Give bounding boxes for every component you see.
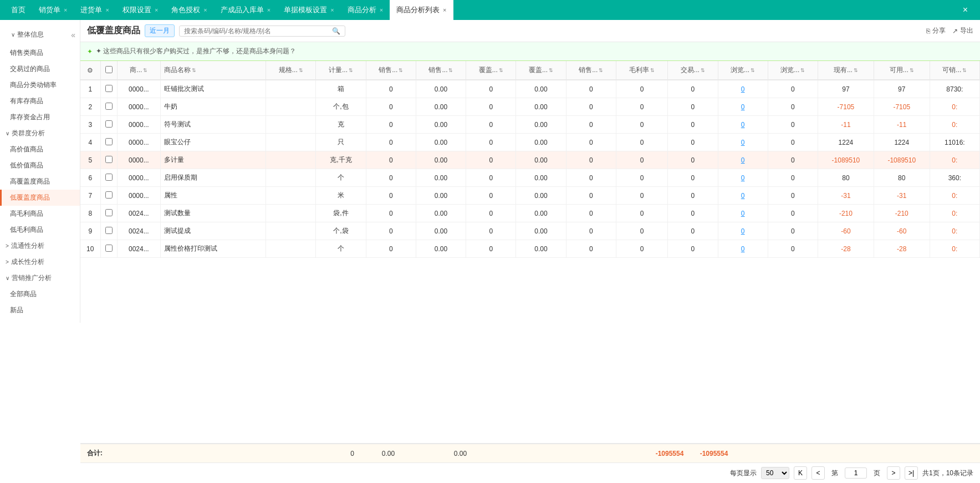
page-input[interactable] [845, 467, 867, 479]
nav-close-permission[interactable]: × [155, 7, 158, 13]
sidebar-section-growth[interactable]: > 成长性分析 [0, 254, 80, 270]
first-page-btn[interactable]: K [794, 466, 807, 480]
row-checkbox[interactable] [105, 191, 113, 199]
cell-b1[interactable]: 0 [718, 151, 768, 169]
cell-b1[interactable]: 0 [718, 80, 768, 98]
row-checkbox[interactable] [105, 103, 113, 110]
sidebar-section-marketing[interactable]: ∨ 营销推广分析 [0, 270, 80, 286]
search-icon[interactable]: 🔍 [332, 27, 340, 35]
row-checkbox[interactable] [105, 209, 113, 216]
nav-home[interactable]: 首页 [4, 0, 32, 20]
table-container[interactable]: ⚙ 商...⇅ 商品名称⇅ 规格...⇅ 计量...⇅ 销售...⇅ 销售...… [80, 61, 980, 443]
row-checkbox[interactable] [105, 138, 113, 145]
row-checkbox[interactable] [105, 245, 113, 252]
cell-check[interactable] [100, 222, 117, 240]
cell-check[interactable] [100, 169, 117, 187]
sidebar-item-high-margin[interactable]: 高毛利商品 [0, 206, 80, 222]
nav-sales-order[interactable]: 销货单 × [32, 0, 74, 20]
col-header-current: 现有...⇅ [818, 61, 874, 80]
nav-permission[interactable]: 权限设置 × [116, 0, 165, 20]
sidebar-item-all-goods[interactable]: 全部商品 [0, 286, 80, 302]
nav-close-role[interactable]: × [203, 7, 207, 13]
cell-margin: 0 [616, 205, 667, 222]
cell-b1[interactable]: 0 [718, 134, 768, 151]
cell-b1[interactable]: 0 [718, 222, 768, 240]
select-all-checkbox[interactable] [105, 66, 113, 73]
sidebar-item-low-value[interactable]: 低价值商品 [0, 157, 80, 174]
cell-no: 2 [80, 98, 100, 116]
cell-s1: 0 [366, 116, 416, 134]
period-button[interactable]: 近一月 [145, 24, 175, 37]
search-input[interactable] [184, 27, 332, 35]
table-row: 5 0000... 多计量 克,千克 0 0.00 0 0.00 0 0 0 0… [80, 151, 980, 169]
cell-check[interactable] [100, 134, 117, 151]
cell-b1[interactable]: 0 [718, 205, 768, 222]
row-checkbox[interactable] [105, 156, 113, 163]
cell-b1[interactable]: 0 [718, 240, 768, 258]
nav-close-product[interactable]: × [267, 7, 270, 13]
cell-s1: 0 [366, 80, 416, 98]
cell-check[interactable] [100, 98, 117, 116]
sidebar-section-liquidity[interactable]: > 流通性分析 [0, 238, 80, 254]
cell-check[interactable] [100, 116, 117, 134]
next-page-btn[interactable]: > [887, 466, 900, 480]
cell-check[interactable] [100, 80, 117, 98]
row-checkbox[interactable] [105, 174, 113, 181]
cell-check[interactable] [100, 205, 117, 222]
sidebar-collapse-btn[interactable]: « [71, 30, 75, 39]
table-row: 3 0000... 符号测试 克 0 0.00 0 0.00 0 0 0 0 0… [80, 116, 980, 134]
window-close-btn[interactable]: × [955, 5, 976, 15]
cell-b2: 0 [768, 169, 818, 187]
nav-purchase[interactable]: 进货单 × [74, 0, 115, 20]
cell-saleable: 0: [930, 98, 979, 116]
sidebar-item-high-value[interactable]: 高价值商品 [0, 141, 80, 157]
nav-close-analysis[interactable]: × [380, 7, 383, 13]
cell-trade: 0 [668, 222, 718, 240]
nav-role[interactable]: 角色授权 × [165, 0, 213, 20]
share-button[interactable]: ⎘ 分享 [926, 26, 946, 35]
cell-trade: 0 [668, 134, 718, 151]
nav-product-inbound[interactable]: 产成品入库单 × [214, 0, 277, 20]
data-table: ⚙ 商...⇅ 商品名称⇅ 规格...⇅ 计量...⇅ 销售...⇅ 销售...… [80, 61, 980, 258]
cell-unit: 个 [316, 240, 366, 258]
sidebar-item-low-coverage[interactable]: 低覆盖度商品 [0, 190, 80, 206]
sidebar-section-group[interactable]: ∨ 类群度分析 [0, 125, 80, 141]
cell-b1[interactable]: 0 [718, 98, 768, 116]
nav-template[interactable]: 单据模板设置 × [277, 0, 340, 20]
sidebar-item-sales-goods[interactable]: 销售类商品 [0, 45, 80, 61]
last-page-btn[interactable]: >| [905, 466, 918, 480]
row-checkbox[interactable] [105, 85, 113, 92]
cell-b1[interactable]: 0 [718, 169, 768, 187]
export-button[interactable]: ↗ 导出 [952, 26, 973, 35]
per-page-select[interactable]: 50 20 100 200 [761, 467, 789, 479]
sidebar-item-high-coverage[interactable]: 高覆盖度商品 [0, 174, 80, 190]
nav-product-analysis-list[interactable]: 商品分析列表 × [390, 0, 453, 20]
page-title: 低覆盖度商品 [87, 25, 140, 37]
cell-trade: 0 [668, 187, 718, 205]
cell-check[interactable] [100, 151, 117, 169]
nav-close-template[interactable]: × [330, 7, 334, 13]
nav-close-sales[interactable]: × [64, 7, 67, 13]
row-checkbox[interactable] [105, 227, 113, 234]
sidebar-item-low-margin[interactable]: 低毛利商品 [0, 222, 80, 238]
cell-b2: 0 [768, 98, 818, 116]
cell-check[interactable] [100, 187, 117, 205]
cell-b1[interactable]: 0 [718, 187, 768, 205]
cell-b1[interactable]: 0 [718, 116, 768, 134]
nav-close-purchase[interactable]: × [105, 7, 109, 13]
sidebar-item-new-goods[interactable]: 新品 [0, 302, 80, 318]
sidebar-item-in-stock[interactable]: 有库存商品 [0, 93, 80, 109]
row-checkbox[interactable] [105, 120, 113, 128]
prev-page-btn[interactable]: < [811, 466, 825, 480]
nav-product-analysis[interactable]: 商品分析 × [341, 0, 390, 20]
cell-code: 0000... [117, 151, 161, 169]
nav-close-analysis-list[interactable]: × [443, 7, 446, 13]
sidebar-item-capital[interactable]: 库存资金占用 [0, 109, 80, 125]
cell-no: 3 [80, 116, 100, 134]
sidebar-item-traded-goods[interactable]: 交易过的商品 [0, 61, 80, 77]
cell-check[interactable] [100, 240, 117, 258]
sidebar-section-overall[interactable]: ∨ 整体信息 [6, 27, 49, 43]
col-header-settings[interactable]: ⚙ [80, 61, 100, 80]
cell-unit: 克 [316, 116, 366, 134]
sidebar-item-category-rate[interactable]: 商品分类动销率 [0, 77, 80, 93]
